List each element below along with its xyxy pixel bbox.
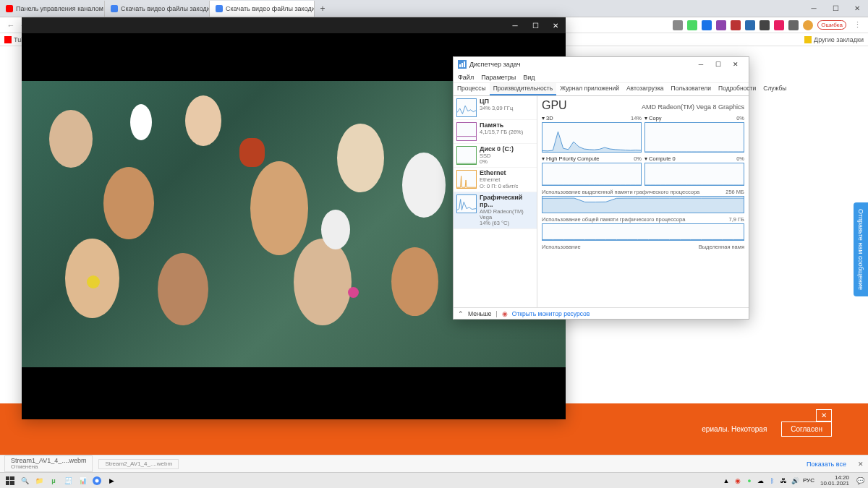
extension-icon[interactable] (774, 20, 784, 30)
tab-startup[interactable]: Автозагрузка (623, 83, 668, 95)
utorrent-icon[interactable]: μ (46, 474, 61, 487)
menu-view[interactable]: Вид (523, 74, 535, 81)
tray-icon[interactable]: ▲ (722, 474, 731, 487)
sidebar-gpu[interactable]: Графический пр...AMD Radeon(TM) Vega14% … (454, 192, 537, 230)
app-icon[interactable]: 🧾 (61, 474, 75, 487)
extension-icon[interactable] (673, 20, 683, 30)
tab-services[interactable]: Службы (760, 83, 790, 95)
bluetooth-icon[interactable]: ᛒ (768, 474, 777, 487)
gpu-3d-graph[interactable] (542, 122, 642, 153)
svg-rect-3 (464, 61, 465, 67)
svg-point-12 (95, 479, 99, 482)
minimize-button[interactable]: ─ (692, 58, 710, 71)
tray-icon[interactable]: ● (745, 474, 754, 487)
downloads-show-all[interactable]: Показать все (807, 461, 846, 468)
windows-taskbar: 🔍 📁 μ 🧾 📊 ▶ ▲ ◉ ● ☁ ᛒ 🖧 🔊 РУС 14:20 10.0… (0, 472, 868, 488)
tray-icon[interactable]: ☁ (757, 474, 765, 487)
tray-icon[interactable]: ◉ (733, 474, 742, 487)
gpu-shared-mem-graph[interactable] (542, 223, 744, 241)
maximize-button[interactable]: ☐ (825, 1, 846, 17)
svg-rect-10 (10, 481, 14, 485)
sidebar-cpu[interactable]: ЦП34% 3,09 ГГц (454, 96, 537, 120)
memory-mini-graph (456, 122, 477, 141)
gpu-copy-graph[interactable] (644, 122, 744, 153)
browser-tab-0[interactable]: Панель управления каналом - ... × (0, 1, 105, 17)
downloads-close-button[interactable]: ✕ (858, 461, 864, 468)
task-manager-titlebar[interactable]: Диспетчер задач ─ ☐ ✕ (454, 57, 749, 72)
back-button[interactable]: ← (4, 19, 17, 32)
maximize-button[interactable]: ☐ (710, 58, 727, 71)
graph-3d-dropdown[interactable]: ▾ 3D (542, 115, 553, 121)
tab-details[interactable]: Подробности (715, 83, 760, 95)
task-manager-tabs: Процессы Производительность Журнал прило… (454, 83, 749, 96)
minimize-button[interactable]: ─ (505, 17, 525, 33)
ethernet-mini-graph (456, 170, 477, 189)
maximize-button[interactable]: ☐ (525, 17, 545, 33)
sidebar-memory[interactable]: Память4,1/15,7 ГБ (26%) (454, 120, 537, 144)
video-titlebar[interactable]: ─ ☐ ✕ (22, 17, 566, 33)
download-item[interactable]: Stream2_AV1_4_....webm (98, 459, 179, 469)
fewer-details-button[interactable]: Меньше (468, 310, 492, 317)
minimize-button[interactable]: ─ (803, 1, 825, 17)
extension-icon[interactable] (731, 20, 741, 30)
perf-main-panel: GPU AMD Radeon(TM) Vega 8 Graphics ▾ 3D1… (537, 96, 749, 307)
volume-icon[interactable]: 🔊 (791, 474, 800, 487)
menu-file[interactable]: Файл (458, 74, 474, 81)
gpu-hpc-graph[interactable] (542, 163, 642, 186)
media-player-icon[interactable]: ▶ (104, 474, 119, 487)
error-chip[interactable]: Ошибка (817, 20, 846, 30)
cookie-close-button[interactable]: ✕ (816, 409, 832, 421)
extension-icon[interactable] (716, 20, 726, 30)
open-resource-monitor[interactable]: Открыть монитор ресурсов (512, 310, 590, 317)
feedback-side-tab[interactable]: Отправьте нам сообщение (854, 202, 868, 296)
favicon-icon (216, 5, 223, 12)
other-bookmarks[interactable]: Другие закладки (804, 36, 864, 43)
menu-options[interactable]: Параметры (481, 74, 516, 81)
download-item[interactable]: Stream1_AV1_4_....webm Отменена (4, 455, 93, 472)
browser-tabstrip: Панель управления каналом - ... × Скачат… (0, 0, 868, 17)
cookie-accept-button[interactable]: Согласен (781, 421, 832, 437)
tab-performance[interactable]: Производительность (490, 83, 557, 95)
task-manager-taskbar-icon[interactable]: 📊 (75, 474, 90, 487)
taskbar-clock[interactable]: 14:20 10.01.2021 (817, 475, 852, 487)
browser-tab-2[interactable]: Скачать видео файлы закодир... × (210, 1, 315, 17)
new-tab-button[interactable]: + (315, 4, 331, 14)
close-button[interactable]: ✕ (846, 1, 868, 17)
tab-app-history[interactable]: Журнал приложений (556, 83, 623, 95)
svg-rect-1 (459, 64, 461, 67)
tab-processes[interactable]: Процессы (454, 83, 490, 95)
tab-users[interactable]: Пользователи (668, 83, 715, 95)
collapse-icon[interactable]: ⌃ (458, 310, 464, 317)
sidebar-ethernet[interactable]: EthernetEthernetО: 0 П: 0 кбит/с (454, 168, 537, 192)
browser-tab-1[interactable]: Скачать видео файлы закодир... × (105, 1, 210, 17)
svg-rect-9 (6, 481, 9, 485)
extension-icon[interactable] (745, 20, 755, 30)
cpu-mini-graph (456, 98, 477, 117)
notifications-button[interactable]: 💬 (855, 474, 865, 487)
menu-button[interactable]: ⋮ (851, 19, 864, 32)
graph-hpc-dropdown[interactable]: ▾ High Priority Compute (542, 155, 599, 162)
gpu-dedicated-mem-graph[interactable] (542, 196, 744, 213)
search-button[interactable]: 🔍 (17, 474, 32, 487)
graph-copy-dropdown[interactable]: ▾ Copy (644, 115, 662, 121)
extension-icon[interactable] (760, 20, 770, 30)
chrome-icon[interactable] (90, 474, 104, 487)
resource-monitor-icon: ◉ (502, 310, 508, 317)
extension-icon[interactable] (687, 20, 697, 30)
puzzle-icon[interactable] (788, 20, 799, 30)
sidebar-disk[interactable]: Диск 0 (C:)SSD0% (454, 144, 537, 168)
gpu-name: AMD Radeon(TM) Vega 8 Graphics (642, 103, 744, 111)
close-button[interactable]: ✕ (545, 17, 566, 33)
avatar-icon[interactable] (803, 20, 813, 30)
extension-icon[interactable] (702, 20, 712, 30)
svg-marker-5 (542, 198, 744, 213)
close-button[interactable]: ✕ (727, 58, 744, 71)
start-button[interactable] (3, 474, 17, 487)
graph-compute-dropdown[interactable]: ▾ Compute 0 (644, 155, 676, 162)
file-explorer-icon[interactable]: 📁 (32, 474, 46, 487)
network-icon[interactable]: 🖧 (780, 474, 788, 487)
gpu-compute-graph[interactable] (644, 163, 744, 186)
dedicated-label: Выделенная памя (699, 244, 744, 250)
favicon-icon (111, 5, 118, 12)
language-indicator[interactable]: РУС (803, 474, 814, 487)
